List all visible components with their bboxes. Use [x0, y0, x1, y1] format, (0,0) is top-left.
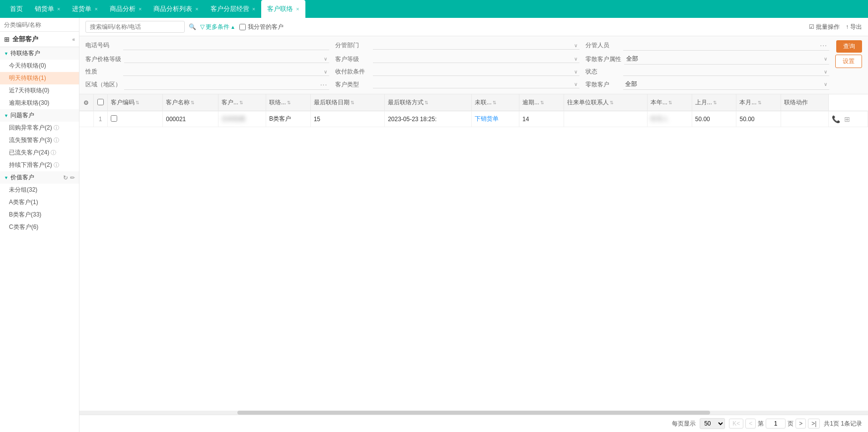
region-select[interactable]: ···	[124, 79, 329, 90]
collapse-icon[interactable]: «	[72, 37, 75, 42]
settings-button[interactable]: 设置	[835, 55, 862, 68]
per-page-select[interactable]: 50 100 200	[700, 418, 725, 429]
horizontal-scrollbar[interactable]	[79, 411, 868, 415]
td-type: B类客户	[266, 111, 310, 127]
sidebar-item-ungrouped[interactable]: 未分组(32)	[0, 184, 79, 196]
sort-icon-count[interactable]: ⇅	[287, 100, 291, 105]
contact-method-link[interactable]: 下销货单	[475, 115, 499, 122]
sort-icon-date[interactable]: ⇅	[351, 100, 355, 105]
nav-purchase[interactable]: 进货单 ×	[66, 0, 103, 18]
row-checkbox[interactable]	[111, 115, 117, 122]
query-button[interactable]: 查询	[836, 40, 862, 53]
retail-attr-select[interactable]: 全部 ∨	[624, 54, 829, 65]
adv-field-status: 状态 ∨	[585, 68, 829, 76]
adv-field-dept: 分管部门 ∨	[335, 41, 579, 50]
nav-analysis[interactable]: 商品分析 ×	[104, 0, 147, 18]
sidebar-item-b-class[interactable]: B类客户(33)	[0, 209, 79, 221]
more-conditions-btn[interactable]: ▽ 更多条件 ▲	[200, 23, 235, 31]
retail-attr-label: 零散客户属性	[585, 55, 621, 64]
close-analysis-list-icon[interactable]: ×	[195, 6, 198, 12]
nav-customer-tier[interactable]: 客户分层经营 ×	[205, 0, 261, 18]
sort-icon-overdue[interactable]: ⇅	[540, 100, 544, 105]
sidebar-item-declining[interactable]: 持续下滑客户(2) ⓘ	[0, 159, 79, 171]
close-analysis-icon[interactable]: ×	[139, 6, 142, 12]
status-label: 状态	[585, 68, 620, 76]
adv-field-person: 分管人员 ···	[585, 40, 829, 51]
close-sales-icon[interactable]: ×	[57, 6, 60, 12]
export-btn[interactable]: ↑ 导出	[846, 23, 862, 31]
my-customers-checkbox[interactable]	[239, 24, 246, 30]
sidebar-item-c-class[interactable]: C类客户(6)	[0, 221, 79, 233]
sort-icon-unlocked[interactable]: ⇅	[493, 100, 497, 105]
sidebar-item-tomorrow[interactable]: 明天待联络(1)	[0, 72, 79, 84]
search-button[interactable]: 🔍	[189, 23, 196, 30]
bulk-action-icon: ☑	[809, 23, 814, 30]
payment-select[interactable]: ∨	[373, 68, 579, 76]
sidebar-all-customers[interactable]: ⊞ 全部客户 «	[0, 32, 79, 47]
sidebar-item-a-class[interactable]: A类客户(1)	[0, 196, 79, 209]
price-level-select[interactable]: ∨	[124, 55, 329, 63]
sidebar-item-today[interactable]: 今天待联络(0)	[0, 60, 79, 72]
sort-icon-type[interactable]: ⇅	[239, 100, 243, 105]
nature-select[interactable]: ∨	[123, 68, 329, 76]
contact-person-name: 联系人	[651, 115, 668, 122]
nature-label: 性质	[85, 68, 120, 76]
sort-icon-name[interactable]: ⇅	[191, 100, 195, 105]
sidebar-item-churn-warning[interactable]: 流失预警客户(3) ⓘ	[0, 134, 79, 146]
sidebar-item-churned[interactable]: 已流失客户(24) ⓘ	[0, 146, 79, 159]
grid-icon: ⊞	[4, 36, 9, 43]
nav-sales[interactable]: 销货单 ×	[29, 0, 66, 18]
sort-icon-method[interactable]: ⇅	[425, 100, 429, 105]
main-search-input[interactable]	[85, 21, 185, 33]
table-header-row: ⚙ 客户编码 ⇅ 客户名称	[79, 94, 868, 111]
scroll-thumb[interactable]	[237, 411, 711, 415]
select-all-checkbox[interactable]	[97, 99, 104, 105]
close-purchase-icon[interactable]: ×	[94, 6, 97, 12]
last-page-btn[interactable]: >|	[808, 419, 820, 429]
th-gear[interactable]: ⚙	[79, 94, 93, 111]
phone-input[interactable]	[123, 41, 329, 50]
qr-action-icon[interactable]: ⊞	[844, 115, 850, 123]
sidebar-search-input[interactable]	[4, 21, 78, 28]
filter-icon: ▽	[200, 23, 205, 30]
sort-icon-person[interactable]: ⇅	[610, 100, 614, 105]
th-last-date: 最后联络日期 ⇅	[310, 94, 385, 111]
close-tier-icon[interactable]: ×	[252, 6, 255, 12]
nav-customer-contact[interactable]: 客户联络 ×	[261, 0, 305, 18]
td-overdue	[564, 111, 647, 127]
td-row-actions: 📞 ⊞	[829, 111, 868, 127]
nav-home[interactable]: 首页	[4, 0, 29, 18]
sidebar-item-7days[interactable]: 近7天待联络(0)	[0, 84, 79, 97]
sort-icon-code[interactable]: ⇅	[136, 100, 140, 105]
sort-icon-thismonth[interactable]: ⇅	[758, 100, 762, 105]
bulk-action-btn[interactable]: ☑ 批量操作	[809, 23, 840, 31]
dept-select[interactable]: ∨	[373, 42, 579, 50]
edit-icon[interactable]: ✏	[70, 174, 75, 181]
refresh-icon[interactable]: ↻	[63, 174, 68, 181]
sort-icon-year[interactable]: ⇅	[668, 100, 672, 105]
adv-row-0: 电话号码 分管部门 ∨ 分管人员 ···	[85, 40, 829, 51]
sort-icon-lastmonth[interactable]: ⇅	[713, 100, 717, 105]
my-customers-toggle[interactable]: 我分管的客户	[239, 23, 284, 31]
person-select[interactable]: ···	[623, 40, 829, 51]
phone-action-icon[interactable]: 📞	[832, 115, 840, 123]
page-label: 第	[758, 420, 764, 428]
nav-analysis-list[interactable]: 商品分析列表 ×	[147, 0, 204, 18]
sidebar-item-overdue[interactable]: 逾期未联络(30)	[0, 97, 79, 109]
status-select[interactable]: ∨	[623, 68, 829, 76]
next-page-btn[interactable]: >	[796, 419, 806, 429]
dots-icon-2: ···	[320, 80, 328, 88]
gear-icon[interactable]: ⚙	[83, 99, 89, 106]
sidebar-item-repurchase[interactable]: 回购异常客户(2) ⓘ	[0, 122, 79, 134]
payment-label: 收付款条件	[335, 68, 370, 76]
page-input[interactable]	[766, 419, 786, 429]
td-last-month: 50.00	[736, 111, 781, 127]
customer-level-select[interactable]: ∨	[373, 55, 579, 63]
retail-select[interactable]: 全部 ∨	[623, 79, 829, 90]
customer-type-select[interactable]: ∨	[373, 80, 579, 88]
adv-row-3: 区域（地区） ··· 客户类型 ∨ 零散客户	[85, 79, 829, 90]
prev-page-btn[interactable]: <	[745, 419, 756, 429]
close-contact-icon[interactable]: ×	[296, 6, 299, 12]
adv-field-phone: 电话号码	[85, 41, 329, 50]
first-page-btn[interactable]: K<	[729, 419, 743, 429]
